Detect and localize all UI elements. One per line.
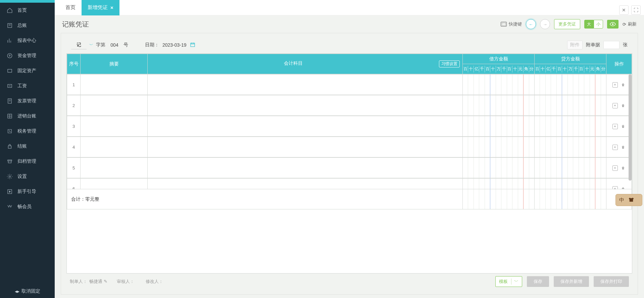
- table-row: 1+🗑: [67, 74, 632, 95]
- refresh-button[interactable]: ⟳ 刷新: [623, 21, 637, 27]
- row-credit-cell[interactable]: [535, 74, 606, 95]
- sidebar-item-reports[interactable]: 报表中心: [0, 33, 55, 48]
- row-subject-cell[interactable]: [148, 179, 463, 189]
- sidebar-item-tax[interactable]: 税务管理: [0, 123, 55, 139]
- svg-rect-6: [8, 146, 11, 148]
- attach-count-input[interactable]: [603, 41, 620, 49]
- voucher-number[interactable]: 004: [108, 42, 121, 48]
- size-large-button[interactable]: 大: [584, 20, 594, 29]
- main: ✕ ⛶ 首页 新增凭证 × 记账凭证 快捷键 ← → 更多凭证: [55, 0, 644, 298]
- close-icon[interactable]: ×: [110, 5, 113, 10]
- tab-home[interactable]: 首页: [59, 0, 82, 15]
- row-seq: 5: [67, 158, 81, 178]
- chevron-down-icon[interactable]: ﹀: [89, 42, 93, 48]
- save-new-button[interactable]: 保存并新增: [554, 276, 589, 287]
- sidebar-item-funds[interactable]: 资金管理: [0, 48, 55, 63]
- save-button[interactable]: 保存: [527, 276, 549, 287]
- row-debit-cell[interactable]: [463, 74, 535, 95]
- row-desc-cell[interactable]: [81, 158, 148, 178]
- delete-row-icon[interactable]: 🗑: [621, 103, 626, 108]
- row-subject-cell[interactable]: [148, 158, 463, 178]
- money-icon: [7, 53, 13, 59]
- total-row: 合计：零元整: [67, 189, 463, 209]
- row-debit-cell[interactable]: [463, 158, 535, 178]
- ime-widget[interactable]: 中: [615, 194, 642, 206]
- sidebar-item-guide[interactable]: 新手引导: [0, 184, 55, 199]
- sidebar-item-home[interactable]: 首页: [0, 3, 55, 18]
- sidebar-item-settings[interactable]: 设置: [0, 169, 55, 184]
- row-seq: 6: [67, 179, 81, 189]
- add-row-icon[interactable]: +: [612, 124, 618, 129]
- row-subject-cell[interactable]: [148, 95, 463, 116]
- delete-row-icon[interactable]: 🗑: [621, 124, 626, 129]
- col-desc: 摘要: [81, 54, 148, 74]
- sidebar-item-ledger[interactable]: 总账: [0, 18, 55, 33]
- row-debit-cell[interactable]: [463, 116, 535, 137]
- delete-row-icon[interactable]: 🗑: [621, 165, 626, 171]
- scrollbar[interactable]: [629, 74, 632, 181]
- delete-row-icon[interactable]: 🗑: [621, 145, 626, 150]
- add-row-icon[interactable]: +: [612, 103, 618, 108]
- row-debit-cell[interactable]: [463, 95, 535, 116]
- assets-icon: [7, 68, 13, 74]
- shirt-icon[interactable]: [628, 197, 634, 203]
- row-desc-cell[interactable]: [81, 95, 148, 116]
- size-small-button[interactable]: 小: [594, 20, 603, 29]
- sidebar-unpin[interactable]: ◂▸ 取消固定: [0, 285, 55, 298]
- row-credit-cell[interactable]: [535, 116, 606, 137]
- tab-new-voucher[interactable]: 新增凭证 ×: [82, 0, 119, 15]
- table-row: 5+🗑: [67, 157, 632, 178]
- template-button[interactable]: 模板 ﹀: [495, 276, 522, 287]
- row-credit-cell[interactable]: [535, 158, 606, 178]
- attachment-button[interactable]: 附件: [567, 41, 583, 49]
- row-credit-cell[interactable]: [535, 95, 606, 116]
- close-tab-sys-button[interactable]: ✕: [619, 5, 629, 15]
- row-subject-cell[interactable]: [148, 116, 463, 137]
- row-debit-cell[interactable]: [463, 179, 535, 189]
- row-ops: +🗑: [606, 137, 632, 157]
- sidebar-item-invoice[interactable]: 发票管理: [0, 93, 55, 108]
- row-desc-cell[interactable]: [81, 179, 148, 189]
- sidebar-item-assets[interactable]: 固定资产: [0, 63, 55, 78]
- prev-voucher-button[interactable]: ←: [526, 19, 536, 29]
- sidebar-item-closing[interactable]: 结账: [0, 139, 55, 154]
- invoice-icon: [7, 98, 13, 104]
- row-credit-cell[interactable]: [535, 137, 606, 157]
- sidebar-item-inout[interactable]: 进销台账: [0, 108, 55, 123]
- add-row-icon[interactable]: +: [612, 145, 618, 150]
- delete-row-icon[interactable]: 🗑: [621, 82, 626, 88]
- row-desc-cell[interactable]: [81, 74, 148, 95]
- habit-setting-button[interactable]: 习惯设置: [439, 60, 460, 67]
- shortcut-button[interactable]: 快捷键: [501, 21, 522, 27]
- tax-icon: [7, 128, 13, 134]
- row-subject-cell[interactable]: [148, 137, 463, 157]
- sidebar-item-vip[interactable]: 畅会员: [0, 199, 55, 214]
- date-value[interactable]: 2023-03-19: [162, 42, 187, 48]
- row-desc-cell[interactable]: [81, 116, 148, 137]
- row-subject-cell[interactable]: [148, 74, 463, 95]
- add-row-icon[interactable]: +: [612, 82, 618, 88]
- voucher-type-input[interactable]: [71, 41, 87, 49]
- sidebar-item-salary[interactable]: 工资: [0, 78, 55, 93]
- voucher-table: 序号 摘要 会计科目 习惯设置 借方金额 贷方金额 操作 百十亿千百十万千百十元…: [66, 53, 632, 274]
- edit-icon[interactable]: ✎: [104, 279, 107, 284]
- fullscreen-button[interactable]: ⛶: [631, 5, 641, 15]
- row-desc-cell[interactable]: [81, 137, 148, 157]
- row-ops: +🗑: [606, 179, 632, 189]
- calendar-icon[interactable]: [190, 42, 195, 48]
- sidebar-item-archive[interactable]: 归档管理: [0, 154, 55, 169]
- add-row-icon[interactable]: +: [612, 186, 618, 189]
- chevron-down-icon[interactable]: ﹀: [511, 279, 518, 285]
- desc-textarea[interactable]: [81, 74, 147, 93]
- save-print-button[interactable]: 保存并打印: [594, 276, 629, 287]
- add-row-icon[interactable]: +: [612, 165, 618, 171]
- delete-row-icon[interactable]: 🗑: [621, 186, 626, 189]
- preview-button[interactable]: [607, 20, 618, 29]
- row-credit-cell[interactable]: [535, 179, 606, 189]
- row-ops: +🗑: [606, 95, 632, 116]
- table-row: 2+🗑: [67, 95, 632, 116]
- row-seq: 1: [67, 74, 81, 95]
- row-debit-cell[interactable]: [463, 137, 535, 157]
- next-voucher-button[interactable]: →: [540, 19, 550, 29]
- more-voucher-button[interactable]: 更多凭证: [554, 19, 580, 29]
